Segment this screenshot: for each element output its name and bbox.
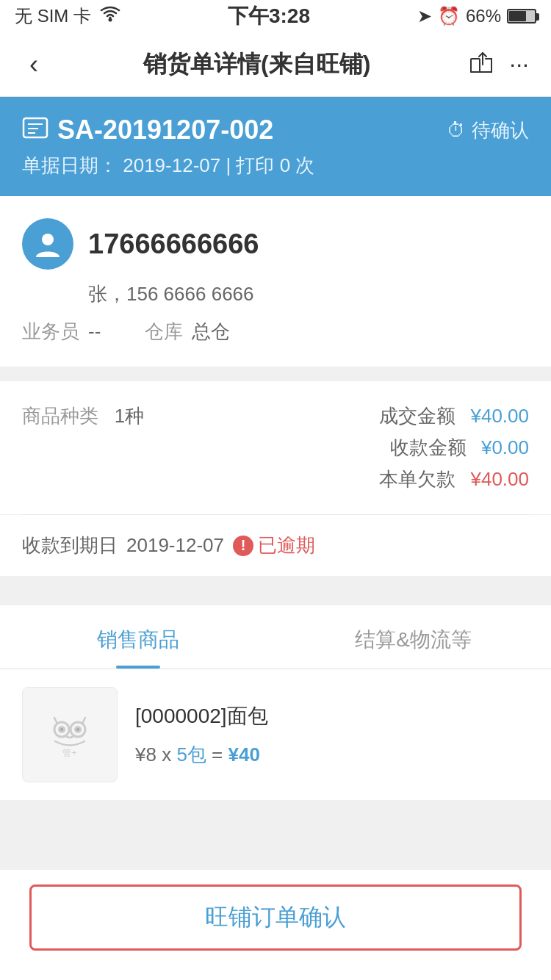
due-date-value: 2019-12-07 — [126, 534, 224, 557]
carrier-text: 无 SIM 卡 — [15, 4, 91, 28]
summary-card: 商品种类 1种 成交金额 ¥40.00 收款金额 ¥0.00 本单欠款 ¥40.… — [0, 381, 551, 514]
product-info: [0000002]面包 ¥8 x 5包 = ¥40 — [135, 702, 529, 768]
tab-settlement[interactable]: 结算&物流等 — [276, 605, 551, 669]
owed-value: ¥40.00 — [470, 468, 529, 491]
owed-label: 本单欠款 — [379, 466, 455, 492]
received-value: ¥0.00 — [481, 436, 529, 459]
share-icon[interactable] — [468, 48, 494, 81]
svg-text:管+: 管+ — [62, 748, 76, 758]
due-date-row: 收款到期日 2019-12-07 ! 已逾期 — [0, 515, 551, 576]
divider-3 — [0, 576, 551, 591]
wifi-icon — [100, 6, 120, 26]
customer-phone: 17666666666 — [88, 228, 259, 260]
svg-point-9 — [76, 728, 79, 731]
battery-icon — [507, 9, 536, 24]
page-title: 销货单详情(来自旺铺) — [143, 48, 370, 81]
amount-value: ¥40.00 — [470, 405, 529, 428]
status-carrier: 无 SIM 卡 — [15, 4, 120, 28]
bottom-bar: 旺铺订单确认 — [0, 870, 551, 980]
overdue-icon: ! — [233, 536, 253, 556]
status-bar: 无 SIM 卡 下午3:28 ➤ ⏰ 66% — [0, 0, 551, 32]
overdue-badge: ! 已逾期 — [233, 533, 315, 558]
warehouse-value: 总仓 — [192, 319, 230, 345]
customer-name: 张，156 6666 6666 — [22, 281, 529, 307]
product-price: ¥8 x 5包 = ¥40 — [135, 742, 529, 768]
table-row: 管+ [0000002]面包 ¥8 x 5包 = ¥40 — [0, 669, 551, 801]
customer-meta: 业务员 -- 仓库 总仓 — [22, 319, 529, 345]
order-status: ⏱ 待确认 — [447, 118, 529, 143]
product-name: [0000002]面包 — [135, 702, 529, 730]
tab-products[interactable]: 销售商品 — [0, 605, 276, 669]
product-type-label: 商品种类 — [22, 405, 98, 427]
more-icon[interactable]: ··· — [509, 51, 529, 78]
status-time: 下午3:28 — [228, 2, 310, 30]
confirm-order-button[interactable]: 旺铺订单确认 — [29, 884, 522, 951]
amount-label: 成交金额 — [379, 403, 455, 429]
customer-card: 17666666666 张，156 6666 6666 业务员 -- 仓库 总仓 — [0, 196, 551, 367]
order-header: SA-20191207-002 ⏱ 待确认 单据日期： 2019-12-07 |… — [0, 97, 551, 196]
salesperson-label: 业务员 — [22, 319, 79, 345]
product-type-value: 1种 — [115, 405, 144, 427]
overdue-text: 已逾期 — [258, 533, 315, 558]
clock-icon: ⏱ — [447, 119, 466, 142]
product-list: 管+ [0000002]面包 ¥8 x 5包 = ¥40 — [0, 669, 551, 801]
back-button[interactable]: ‹ — [22, 42, 46, 87]
nav-actions: ··· — [468, 48, 529, 81]
svg-point-8 — [60, 728, 63, 731]
summary-right: 成交金额 ¥40.00 收款金额 ¥0.00 本单欠款 ¥40.00 — [379, 403, 529, 492]
svg-point-0 — [109, 18, 112, 22]
order-icon — [22, 115, 48, 145]
order-id: SA-20191207-002 — [22, 115, 273, 145]
nav-bar: ‹ 销货单详情(来自旺铺) ··· — [0, 32, 551, 97]
warehouse-label: 仓库 — [145, 319, 183, 345]
status-right: ➤ ⏰ 66% — [417, 6, 536, 26]
avatar — [22, 218, 73, 270]
product-thumbnail: 管+ — [22, 687, 118, 782]
due-date-label: 收款到期日 — [22, 533, 118, 558]
salesperson-value: -- — [88, 320, 101, 343]
received-label: 收款金额 — [390, 435, 467, 461]
order-date: 单据日期： 2019-12-07 | 打印 0 次 — [22, 153, 529, 179]
tabs: 销售商品 结算&物流等 — [0, 605, 551, 669]
svg-rect-1 — [471, 59, 480, 72]
alarm-icon: ⏰ — [438, 6, 460, 26]
divider-1 — [0, 367, 551, 381]
svg-point-3 — [42, 234, 54, 245]
location-icon: ➤ — [417, 6, 432, 26]
battery-percent: 66% — [466, 6, 501, 26]
